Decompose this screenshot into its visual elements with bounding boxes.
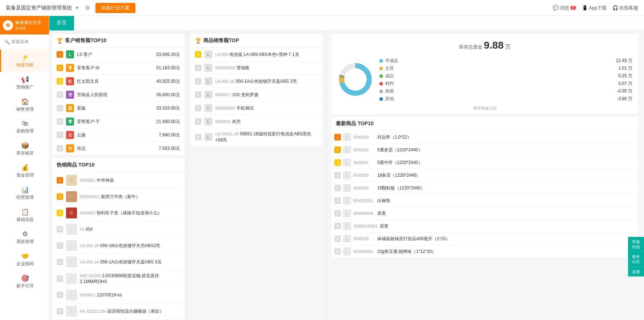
list-item: 3 图 0000002 智利车子里（规格不知道填什么） bbox=[52, 205, 184, 221]
legend-item: 成品 0.25 万 bbox=[379, 72, 632, 80]
legend-label: 文具 bbox=[385, 65, 616, 71]
sidebar-item-inventory[interactable]: 📦库存核算 bbox=[0, 138, 49, 160]
sidebar-item-sales[interactable]: 🏠销售管理 bbox=[0, 94, 49, 116]
list-item: 2 图 000500001 新西兰牛肉（新牛） bbox=[52, 189, 184, 205]
sidebar-label-home: 快捷导航 bbox=[16, 62, 34, 68]
product-name: 18颗粒板（1220*2440） bbox=[377, 185, 635, 191]
list-item: 10 L 003800001 22g鱼豆腐·烧烤味（1*12*20） bbox=[331, 245, 638, 258]
legend-item: 其他 -3.86 万 bbox=[379, 95, 632, 103]
list-item: 5 L LA-056-1B 056-1B白色按键开关壳ABS2壳 bbox=[52, 238, 184, 254]
rank-number: 3 bbox=[57, 78, 63, 85]
customer-name: 星扬 bbox=[77, 105, 154, 111]
rank-number: 8 bbox=[334, 223, 341, 229]
list-item: 6 L 004100001 白钢垫 bbox=[331, 194, 638, 207]
product-image: L bbox=[343, 235, 351, 243]
rank-number: 4 bbox=[57, 226, 63, 233]
message-icon: 💬 bbox=[553, 5, 559, 11]
search-menu-label: 搜索菜单 bbox=[11, 39, 29, 45]
marketing-icon: 📢 bbox=[21, 75, 29, 83]
rank-number: 8 bbox=[195, 118, 201, 125]
product-sales-list: 3 L LA-089 电池盖 LA-089 ABS本色+黑种 7.1克 4 L … bbox=[191, 48, 322, 146]
legend-value: 0.07 万 bbox=[618, 81, 632, 87]
sidebar-item-finance[interactable]: 💰资金管理 bbox=[0, 160, 49, 182]
rank-number: 6 bbox=[57, 259, 63, 265]
message-label: 消息 bbox=[560, 5, 569, 11]
hot-products-card: 热销商品 TOP10 1 图 0000001 中华神器 2 图 00050000… bbox=[52, 158, 184, 320]
new-products-list: 1 L 0000033 封边带（1.0*22） 2 L 0000032 5厘多层… bbox=[331, 131, 638, 258]
float-button[interactable]: 客服 热线 bbox=[628, 237, 644, 252]
sidebar-item-operation[interactable]: 📊经营管理 bbox=[0, 182, 49, 204]
product-image: L bbox=[343, 146, 351, 154]
brand-text-block: 畅捷通好生意 标准版 bbox=[15, 20, 41, 31]
list-item: 1 图 0000001 中华神器 bbox=[52, 172, 184, 189]
float-button[interactable]: 直播 bbox=[628, 267, 644, 276]
legend-label: 其他 bbox=[385, 96, 615, 102]
search-menu-button[interactable]: 🔍 搜索菜单 bbox=[3, 37, 46, 46]
sidebar-item-marketing[interactable]: 📢营销推广 bbox=[0, 72, 49, 94]
hot-products-header: 热销商品 TOP10 bbox=[52, 158, 184, 172]
product-name: 18多层（1220*2440） bbox=[377, 172, 635, 179]
product-sales-header: 🏆 商品销售额TOP bbox=[191, 34, 322, 48]
avatar: 云 bbox=[66, 131, 74, 139]
legend-value: 0.25 万 bbox=[618, 73, 632, 79]
online-service-button[interactable]: 🎧 在线客服 bbox=[612, 5, 638, 11]
sales-icon: 🏠 bbox=[21, 98, 29, 106]
rank-number: 6 bbox=[334, 197, 341, 204]
rank-number: 10 bbox=[334, 248, 341, 255]
product-info: 0000011 12070519-xs bbox=[80, 292, 180, 298]
product-image: L bbox=[343, 247, 351, 255]
tab-home[interactable]: 首页 bbox=[49, 16, 74, 30]
customer-name: LS 客户 bbox=[77, 52, 154, 58]
top-bar: 装备及固定资产辅助管理系统 ▼ ⚙ 体验行业方案 💬 消息 6 📱 App下载 … bbox=[0, 0, 644, 16]
settings-button[interactable]: ⚙ bbox=[82, 3, 93, 13]
hot-products-list: 1 图 0000001 中华神器 2 图 000500001 新西兰牛肉（新牛）… bbox=[52, 172, 184, 320]
product-image: L bbox=[343, 184, 351, 192]
legend-color bbox=[379, 97, 383, 101]
rank-number: 3 bbox=[334, 159, 341, 166]
sidebar-item-home[interactable]: ⚡快捷导航 bbox=[0, 50, 49, 72]
trial-button[interactable]: 体验行业方案 bbox=[95, 3, 135, 13]
sidebar-item-corp[interactable]: 🤝企业协同 bbox=[0, 249, 49, 271]
sidebar-item-system[interactable]: ⚙系统管理 bbox=[0, 226, 49, 249]
rank-number: 2 bbox=[57, 193, 63, 200]
rank-number: 1 bbox=[57, 51, 63, 58]
product-name: 5厘多层（1220*2440） bbox=[377, 147, 635, 153]
sidebar-label-base: 基础信息 bbox=[16, 217, 34, 223]
headset-icon: 🎧 bbox=[612, 5, 618, 11]
legend-color bbox=[379, 90, 383, 93]
app-download-button[interactable]: 📱 App下载 bbox=[582, 5, 607, 11]
rank-number: 4 bbox=[195, 65, 201, 71]
product-image: L bbox=[66, 257, 77, 267]
customer-name: 零售客户·许 bbox=[77, 65, 154, 71]
product-info: 0000002 智利车子里（规格不知道填什么） bbox=[80, 210, 180, 216]
inventory-card: 库存总资金 9.88 万 bbox=[331, 34, 638, 114]
rank-number: 6 bbox=[57, 118, 63, 125]
list-item: 4 L 0000030 18多层（1220*2440） bbox=[331, 169, 638, 182]
product-image: L bbox=[66, 306, 77, 317]
rank-number: 7 bbox=[57, 132, 63, 138]
table-row: 6 零 零售客户·于 21,680.00元 bbox=[52, 115, 184, 128]
sidebar-label-inventory: 库存核算 bbox=[16, 150, 34, 156]
brand-icon: 畅 bbox=[3, 20, 13, 30]
product-code: 003800001 bbox=[353, 249, 375, 254]
message-button[interactable]: 💬 消息 6 bbox=[553, 5, 576, 11]
product-name: 原查 bbox=[380, 223, 635, 229]
rank-number: 9 bbox=[57, 308, 63, 315]
sidebar-label-guide: 新手引导 bbox=[16, 283, 34, 289]
sidebar-item-purchase[interactable]: 🛍采购管理 bbox=[0, 116, 49, 138]
sidebar-item-guide[interactable]: 🎯新手引导 bbox=[0, 271, 49, 293]
customer-amount: 40,925.00元 bbox=[156, 78, 180, 85]
avatar: L bbox=[204, 77, 212, 85]
sidebar-item-base[interactable]: 📋基础信息 bbox=[0, 204, 49, 226]
product-name: 原查 bbox=[377, 210, 635, 217]
dropdown-icon[interactable]: ▼ bbox=[75, 5, 80, 11]
sidebar-search[interactable]: 🔍 搜索菜单 bbox=[0, 34, 49, 50]
table-row: 5 星 星扬 33,333.00元 bbox=[52, 102, 184, 115]
customer-amount: 21,680.00元 bbox=[156, 119, 180, 125]
product-code: 000800008 bbox=[353, 211, 375, 216]
product-code: 0000032 bbox=[353, 148, 375, 152]
table-row: 7 云 云扬 7,680.00元 bbox=[52, 128, 184, 142]
float-button[interactable]: 服务 社区 bbox=[628, 252, 644, 267]
rank-number: 2 bbox=[57, 65, 63, 71]
product-image: L bbox=[343, 159, 351, 167]
